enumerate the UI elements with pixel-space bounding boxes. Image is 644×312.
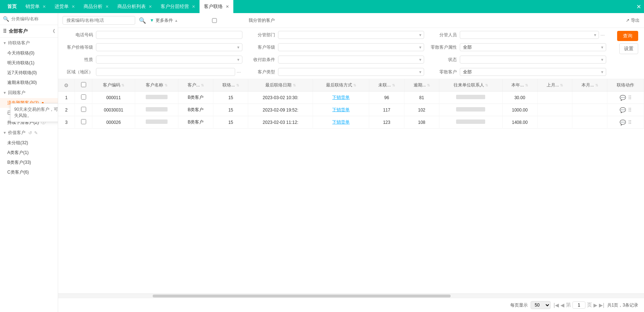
more-filters-button[interactable]: ▼ 更多条件 ▲ xyxy=(150,17,178,24)
sidebar-item-a-class[interactable]: A类客户(1) xyxy=(0,148,58,158)
sort-icon-date: ⇅ xyxy=(293,83,296,87)
last-page-button[interactable]: ▶| xyxy=(599,302,604,308)
region-dots-icon[interactable]: ··· xyxy=(235,69,242,75)
close-purchaseorder-icon[interactable]: ✕ xyxy=(72,0,75,13)
edit-icon[interactable]: ✎ xyxy=(34,130,38,135)
sidebar-item-tomorrow[interactable]: 明天待联络(1) xyxy=(0,58,58,68)
nav-home[interactable]: 首页 xyxy=(3,0,21,13)
col-this-year[interactable]: 本年... ⇅ xyxy=(502,79,537,92)
col-last-month[interactable]: 上月... ⇅ xyxy=(537,79,572,92)
scrollbar-thumb[interactable] xyxy=(153,295,451,297)
nav-product-analysis[interactable]: 商品分析 ✕ xyxy=(79,0,113,13)
close-customer-contact-icon[interactable]: ✕ xyxy=(226,0,229,13)
row-select-checkbox[interactable] xyxy=(81,119,86,124)
col-code[interactable]: 客户编码 ⇅ xyxy=(92,79,135,92)
export-button[interactable]: ↗ 导出 xyxy=(626,17,640,24)
filter-person: 分管人员 ▼ ··· xyxy=(428,31,610,39)
action-more-icon[interactable]: ⠿ xyxy=(628,107,632,113)
sidebar-item-c-class[interactable]: C类客户(6) xyxy=(0,167,58,177)
my-customer-check[interactable] xyxy=(182,18,247,23)
col-uncontacted[interactable]: 未联... ⇅ xyxy=(369,79,404,92)
col-name[interactable]: 客户名称 ⇅ xyxy=(135,79,178,92)
close-product-analysis-list-icon[interactable]: ✕ xyxy=(149,0,152,13)
main-search-input[interactable] xyxy=(63,16,135,25)
close-all-tabs-button[interactable]: ✕ xyxy=(636,3,641,10)
filter-customer-level-select[interactable] xyxy=(278,43,424,51)
sidebar-section-value-title[interactable]: ▼ 价值客户 ↺ ✎ xyxy=(0,127,58,138)
nav-customer-contact[interactable]: 客户联络 ✕ xyxy=(200,0,233,13)
select-all-checkbox[interactable] xyxy=(81,82,86,87)
refresh-icon[interactable]: ↺ xyxy=(28,130,32,135)
row-contact: 15 xyxy=(213,116,248,129)
query-button[interactable]: 查询 xyxy=(617,31,638,41)
action-chat-icon[interactable]: 💬 xyxy=(620,107,626,113)
first-page-button[interactable]: |◀ xyxy=(554,302,559,308)
table-row: 1 000011 B类客户 15 2023-03-02 10:30: 下销货单 … xyxy=(58,92,644,104)
row-name xyxy=(135,116,178,129)
filter-customer-type-select[interactable] xyxy=(278,68,424,76)
col-last-contact-date[interactable]: 最后联络日期 ⇅ xyxy=(248,79,313,92)
sort-icon-lastmonth: ⇅ xyxy=(560,83,563,87)
nav-purchaseorder[interactable]: 进货单 ✕ xyxy=(50,0,79,13)
filter-payment-select[interactable] xyxy=(278,56,424,64)
row-last-contact-method[interactable]: 下销货单 xyxy=(313,104,369,116)
page-number-input[interactable] xyxy=(572,301,585,309)
filter-status-select[interactable] xyxy=(460,56,606,64)
filter-dept-select[interactable] xyxy=(278,31,424,39)
filter-retail-attr-select[interactable]: 全部 xyxy=(460,43,606,51)
sidebar-item-7days[interactable]: 近7天待联络(0) xyxy=(0,68,58,78)
next-page-button[interactable]: ▶ xyxy=(593,302,597,308)
col-contact-person[interactable]: 往来单位联系人 ⇅ xyxy=(439,79,502,92)
sidebar-section-pending-title[interactable]: ▼ 待联络客户 xyxy=(0,38,58,48)
action-more-icon[interactable]: ⠿ xyxy=(628,119,632,125)
sidebar-item-today[interactable]: 今天待联络(0) xyxy=(0,48,58,58)
my-customer-checkbox[interactable]: 我分管的客户 xyxy=(182,17,275,24)
settings-button[interactable]: 设置 xyxy=(619,43,638,54)
filter-price-level-select[interactable] xyxy=(96,43,242,51)
nav-product-analysis-list[interactable]: 商品分析列表 ✕ xyxy=(113,0,156,13)
row-checkbox[interactable] xyxy=(75,104,92,116)
close-customer-segment-icon[interactable]: ✕ xyxy=(192,0,195,13)
col-this-month[interactable]: 本月... ⇅ xyxy=(572,79,607,92)
row-select-checkbox[interactable] xyxy=(81,107,86,112)
action-chat-icon[interactable]: 💬 xyxy=(620,95,626,101)
nav-salesorder[interactable]: 销货单 ✕ xyxy=(21,0,50,13)
sidebar-item-overdue[interactable]: 逾期未联络(30) xyxy=(0,78,58,88)
row-checkbox[interactable] xyxy=(75,92,92,104)
row-checkbox[interactable] xyxy=(75,116,92,129)
filter-retail-attr-label: 零散客户属性 xyxy=(428,44,457,50)
sidebar-all-customers[interactable]: ⠿ 全部客户 《 xyxy=(0,25,58,38)
sidebar-item-b-class[interactable]: B类客户(33) xyxy=(0,158,58,167)
table-settings-icon[interactable]: ⚙ xyxy=(64,82,69,88)
col-settings[interactable]: ⚙ xyxy=(58,79,75,92)
col-checkbox[interactable] xyxy=(75,79,92,92)
close-product-analysis-icon[interactable]: ✕ xyxy=(105,0,109,13)
sidebar-collapse-icon[interactable]: 《 xyxy=(51,28,55,35)
col-overdue[interactable]: 逾期... ⇅ xyxy=(404,79,439,92)
action-chat-icon[interactable]: 💬 xyxy=(620,119,626,125)
col-last-contact-method[interactable]: 最后联络方式 ⇅ xyxy=(313,79,369,92)
close-salesorder-icon[interactable]: ✕ xyxy=(43,0,46,13)
horizontal-scrollbar[interactable] xyxy=(58,293,644,298)
row-last-contact-method[interactable]: 下销货单 xyxy=(313,92,369,104)
filter-nature-select[interactable] xyxy=(96,56,242,64)
prev-page-button[interactable]: ◀ xyxy=(560,302,564,308)
row-last-contact-method[interactable]: 下销货单 xyxy=(313,116,369,129)
col-customer-type[interactable]: 客户... ⇅ xyxy=(178,79,213,92)
filter-phone-input[interactable] xyxy=(96,31,242,39)
sidebar-search-input[interactable] xyxy=(11,16,58,21)
action-more-icon[interactable]: ⠿ xyxy=(628,95,632,101)
sidebar-section-review-title[interactable]: ▼ 回顾客户 xyxy=(0,88,58,98)
filter-retail-customer-select[interactable]: 全部 xyxy=(460,68,606,76)
person-dots-icon[interactable]: ··· xyxy=(599,32,606,38)
row-code: 000011 xyxy=(92,92,135,104)
col-contact[interactable]: 联络... ⇅ xyxy=(213,79,248,92)
filter-region-input[interactable] xyxy=(96,68,235,76)
main-search-button[interactable]: 🔍 xyxy=(139,17,146,24)
filter-person-select[interactable] xyxy=(460,31,599,39)
row-overdue: 81 xyxy=(404,92,439,104)
per-page-select[interactable]: 50 100 xyxy=(531,301,551,309)
nav-customer-segment[interactable]: 客户分层经营 ✕ xyxy=(156,0,200,13)
row-select-checkbox[interactable] xyxy=(81,94,86,100)
sidebar-item-ungroups[interactable]: 未分组(32) xyxy=(0,138,58,148)
